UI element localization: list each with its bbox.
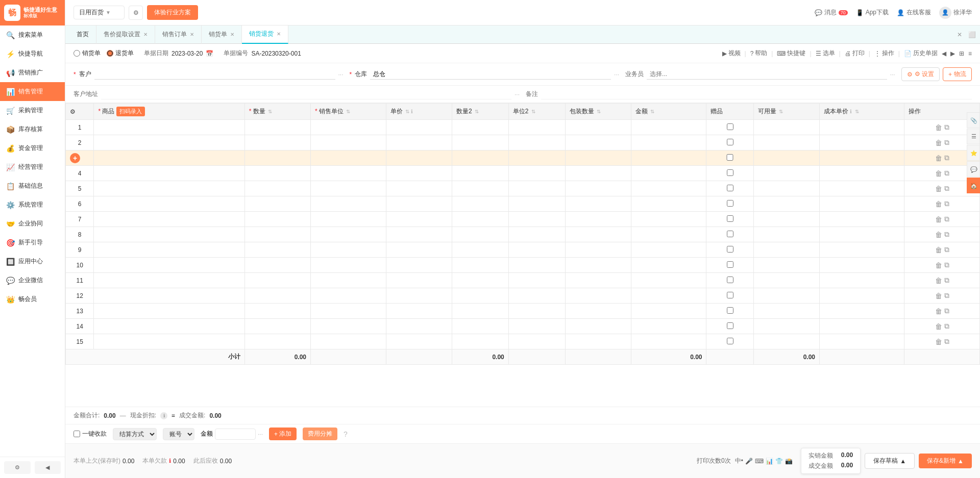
experience-button[interactable]: 体验行业方案 — [147, 5, 198, 20]
pack-cell[interactable] — [565, 196, 631, 212]
price-cell[interactable] — [386, 181, 452, 196]
amount-cell[interactable] — [631, 242, 706, 258]
salesperson-input[interactable] — [647, 69, 887, 80]
price-cell[interactable] — [386, 227, 452, 242]
gift-cell[interactable] — [706, 288, 753, 304]
unit2-cell[interactable] — [508, 258, 565, 273]
qty-cell[interactable] — [244, 196, 310, 212]
price-cell[interactable] — [386, 166, 452, 181]
app-download-item[interactable]: 📱 App下载 — [856, 8, 889, 17]
unit-cell[interactable] — [311, 150, 386, 166]
product-cell[interactable] — [94, 258, 244, 273]
product-cell[interactable] — [94, 196, 244, 212]
gift-checkbox[interactable] — [727, 123, 733, 130]
unit-cell[interactable] — [311, 120, 386, 135]
qty-cell[interactable] — [244, 181, 310, 196]
qty-cell[interactable] — [244, 273, 310, 288]
unit2-cell[interactable] — [508, 150, 565, 166]
amount-cell[interactable] — [631, 258, 706, 273]
tab-expand-btn[interactable]: ⬜ — [968, 31, 976, 38]
operations-btn[interactable]: ⋮ 操作 — [874, 49, 894, 58]
one-click-checkbox[interactable] — [74, 431, 80, 437]
delete-icon[interactable]: 🗑 — [935, 338, 942, 346]
unit-cell[interactable] — [311, 135, 386, 150]
qty-cell[interactable] — [244, 304, 310, 319]
cost-cell[interactable] — [820, 227, 904, 242]
gift-checkbox[interactable] — [727, 338, 733, 344]
unit2-sort-icon[interactable]: ⇅ — [531, 109, 535, 114]
unit-cell[interactable] — [311, 304, 386, 319]
price-cell[interactable] — [386, 212, 452, 227]
fee-split-btn[interactable]: 费用分摊 — [303, 427, 337, 440]
copy-icon[interactable]: ⧉ — [944, 123, 949, 132]
product-cell[interactable] — [94, 319, 244, 334]
unit2-cell[interactable] — [508, 212, 565, 227]
cost-cell[interactable] — [820, 150, 904, 166]
cost-cell[interactable] — [820, 304, 904, 319]
save-draft-button[interactable]: 保存草稿 ▲ — [865, 453, 915, 469]
qty2-cell[interactable] — [452, 334, 508, 349]
avail-cell[interactable] — [753, 288, 819, 304]
cost-cell[interactable] — [820, 181, 904, 196]
unit-cell[interactable] — [311, 166, 386, 181]
gift-cell[interactable] — [706, 120, 753, 135]
cost-info-icon[interactable]: ℹ — [850, 109, 852, 114]
avail-cell[interactable] — [753, 150, 819, 166]
copy-icon[interactable]: ⧉ — [944, 261, 949, 269]
delete-icon[interactable]: 🗑 — [935, 139, 942, 147]
qty2-cell[interactable] — [452, 227, 508, 242]
radio-delivery[interactable]: 销货单 — [74, 49, 101, 58]
sidebar-settings-btn[interactable]: ⚙ — [4, 461, 31, 474]
price-cell[interactable] — [386, 273, 452, 288]
gift-checkbox[interactable] — [727, 185, 733, 191]
calendar-icon[interactable]: 📅 — [206, 50, 213, 57]
amount-cell[interactable] — [631, 319, 706, 334]
qty-cell[interactable] — [244, 319, 310, 334]
unit-cell[interactable] — [311, 334, 386, 349]
amount-cell[interactable] — [631, 120, 706, 135]
gift-cell[interactable] — [706, 304, 753, 319]
scan-button[interactable]: 扫码录入 — [116, 107, 145, 116]
unit2-cell[interactable] — [508, 273, 565, 288]
product-cell[interactable] — [94, 242, 244, 258]
tab-close-icon[interactable]: ✕ — [230, 32, 234, 37]
delete-icon[interactable]: 🗑 — [935, 307, 942, 315]
copy-icon[interactable]: ⧉ — [944, 307, 949, 315]
price-cell[interactable] — [386, 288, 452, 304]
copy-icon[interactable]: ⧉ — [944, 230, 949, 239]
next-btn[interactable]: ▶ — [950, 50, 955, 57]
qty-sort-icon[interactable]: ⇅ — [268, 109, 272, 114]
gift-cell[interactable] — [706, 227, 753, 242]
product-cell[interactable] — [94, 273, 244, 288]
unit2-cell[interactable] — [508, 227, 565, 242]
qty-cell[interactable] — [244, 212, 310, 227]
copy-icon[interactable]: ⧉ — [944, 215, 949, 223]
right-btn-2[interactable]: ☰ — [967, 129, 980, 144]
qty-cell[interactable] — [244, 120, 310, 135]
unit-cell[interactable] — [311, 273, 386, 288]
gift-cell[interactable] — [706, 150, 753, 166]
save-new-button[interactable]: 保存&新增 ▲ — [919, 454, 972, 468]
daily-select[interactable]: 日用百货 ▼ — [74, 6, 125, 19]
tab-price-settings[interactable]: 售价提取设置 ✕ — [96, 26, 155, 44]
avail-cell[interactable] — [753, 120, 819, 135]
gift-checkbox[interactable] — [727, 215, 733, 222]
delete-icon[interactable]: 🗑 — [935, 169, 942, 178]
list-view-btn[interactable]: ≡ — [968, 50, 972, 57]
unit2-cell[interactable] — [508, 334, 565, 349]
gift-checkbox[interactable] — [727, 169, 733, 176]
sidebar-collapse-btn[interactable]: ◀ — [35, 461, 61, 474]
gift-checkbox[interactable] — [727, 231, 733, 237]
price-cell[interactable] — [386, 319, 452, 334]
copy-icon[interactable]: ⧉ — [944, 154, 949, 162]
radio-return[interactable]: 退货单 — [107, 49, 134, 58]
gift-checkbox[interactable] — [727, 139, 733, 145]
pack-cell[interactable] — [565, 304, 631, 319]
radio-return-input[interactable] — [107, 50, 113, 57]
unit-cell[interactable] — [311, 258, 386, 273]
pack-cell[interactable] — [565, 319, 631, 334]
qty2-cell[interactable] — [452, 304, 508, 319]
cost-cell[interactable] — [820, 334, 904, 349]
print-btn[interactable]: 🖨 打印 — [845, 49, 865, 58]
amount-cell[interactable] — [631, 334, 706, 349]
